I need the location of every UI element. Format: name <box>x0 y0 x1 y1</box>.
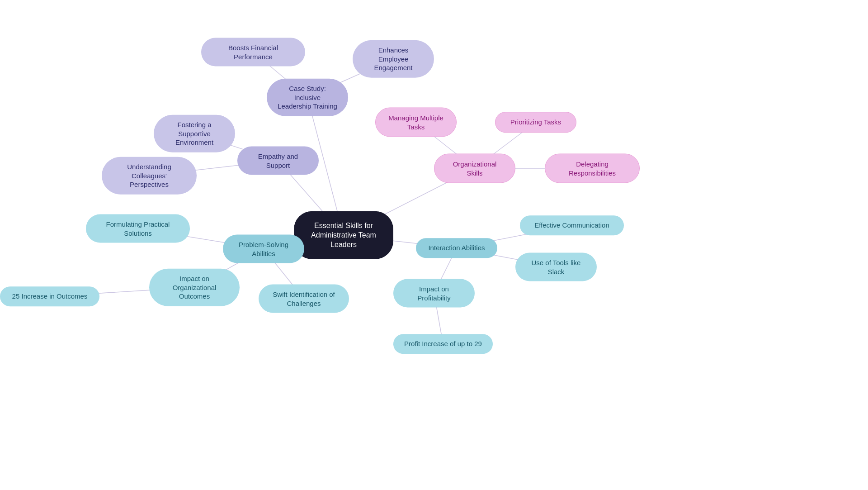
prioritizing-node: Prioritizing Tasks <box>495 112 576 133</box>
problem-solving-node: Problem-Solving Abilities <box>223 235 304 263</box>
25-increase-node: 25 Increase in Outcomes <box>0 286 99 306</box>
interaction-node: Interaction Abilities <box>416 238 497 258</box>
org-skills-node: Organizational Skills <box>434 154 515 183</box>
use-tools-node: Use of Tools like Slack <box>515 253 597 281</box>
profit-increase-node: Profit Increase of up to 29 <box>393 334 493 354</box>
swift-id-node: Swift Identification of Challenges <box>259 285 349 313</box>
center-node: Essential Skills for Administrative Team… <box>294 211 393 259</box>
understanding-node: Understanding Colleagues' Perspectives <box>102 157 197 195</box>
case-study-node: Case Study: Inclusive Leadership Trainin… <box>267 79 348 116</box>
mindmap-canvas: Essential Skills for Administrative Team… <box>0 0 868 490</box>
formulating-node: Formulating Practical Solutions <box>86 214 190 243</box>
managing-tasks-node: Managing Multiple Tasks <box>375 108 457 137</box>
effective-comm-node: Effective Communication <box>520 215 624 235</box>
enhances-employee-node: Enhances Employee Engagement <box>353 40 434 78</box>
impact-profit-node: Impact on Profitability <box>393 279 475 308</box>
empathy-node: Empathy and Support <box>237 147 319 175</box>
delegating-node: Delegating Responsibilities <box>545 154 640 183</box>
fostering-node: Fostering a Supportive Environment <box>154 115 235 152</box>
impact-org-node: Impact on Organizational Outcomes <box>149 269 240 306</box>
boosts-financial-node: Boosts Financial Performance <box>201 38 305 67</box>
